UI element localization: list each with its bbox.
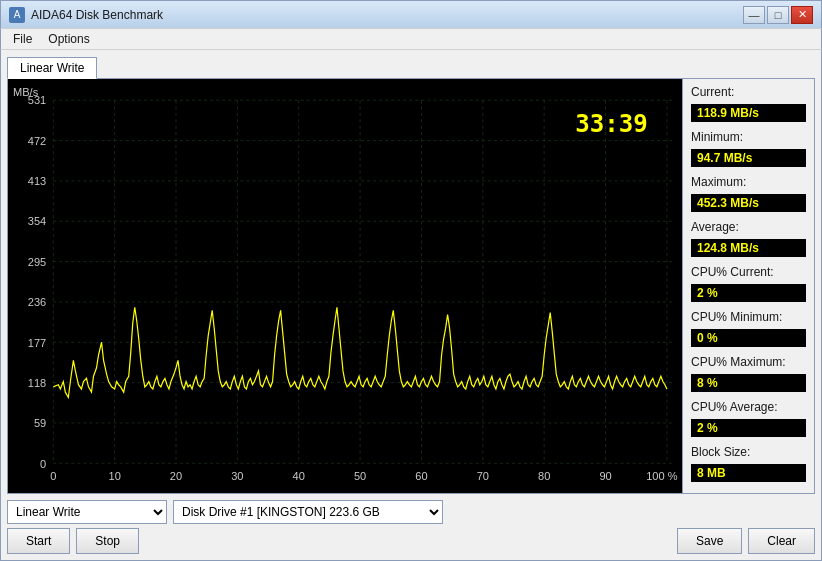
cpu-current-label: CPU% Current: — [691, 265, 806, 279]
svg-text:20: 20 — [170, 470, 182, 482]
minimum-value: 94.7 MB/s — [691, 149, 806, 167]
svg-text:118: 118 — [28, 377, 46, 389]
current-label: Current: — [691, 85, 806, 99]
minimum-label: Minimum: — [691, 130, 806, 144]
window-controls: — □ ✕ — [743, 6, 813, 24]
svg-text:70: 70 — [477, 470, 489, 482]
controls-row-2: Start Stop Save Clear — [7, 528, 815, 554]
svg-text:60: 60 — [415, 470, 427, 482]
cpu-average-label: CPU% Average: — [691, 400, 806, 414]
svg-text:10: 10 — [108, 470, 120, 482]
clear-button[interactable]: Clear — [748, 528, 815, 554]
svg-text:0: 0 — [50, 470, 56, 482]
svg-text:413: 413 — [28, 175, 46, 187]
controls-row-1: Linear Write Disk Drive #1 [KINGSTON] 22… — [7, 500, 815, 524]
cpu-average-value: 2 % — [691, 419, 806, 437]
start-button[interactable]: Start — [7, 528, 70, 554]
svg-text:295: 295 — [28, 256, 46, 268]
svg-text:33:39: 33:39 — [575, 108, 648, 138]
chart-svg: 531 472 413 354 295 236 177 118 59 0 MB/… — [8, 79, 682, 493]
stop-button[interactable]: Stop — [76, 528, 139, 554]
maximum-label: Maximum: — [691, 175, 806, 189]
bottom-controls: Linear Write Disk Drive #1 [KINGSTON] 22… — [7, 500, 815, 554]
current-value: 118.9 MB/s — [691, 104, 806, 122]
maximum-value: 452.3 MB/s — [691, 194, 806, 212]
tab-linear-write[interactable]: Linear Write — [7, 57, 97, 79]
svg-text:177: 177 — [28, 336, 46, 348]
svg-rect-0 — [8, 79, 682, 493]
window-title: AIDA64 Disk Benchmark — [31, 8, 163, 22]
stats-panel: Current: 118.9 MB/s Minimum: 94.7 MB/s M… — [682, 79, 814, 493]
svg-text:30: 30 — [231, 470, 243, 482]
svg-text:354: 354 — [28, 215, 46, 227]
svg-text:472: 472 — [28, 135, 46, 147]
block-size-label: Block Size: — [691, 445, 806, 459]
title-bar-left: A AIDA64 Disk Benchmark — [9, 7, 163, 23]
svg-text:80: 80 — [538, 470, 550, 482]
tab-bar: Linear Write — [7, 56, 815, 78]
content-area: 531 472 413 354 295 236 177 118 59 0 MB/… — [7, 78, 815, 494]
cpu-current-value: 2 % — [691, 284, 806, 302]
cpu-minimum-value: 0 % — [691, 329, 806, 347]
main-window: Linear Write — [0, 50, 822, 561]
drive-select[interactable]: Disk Drive #1 [KINGSTON] 223.6 GB — [173, 500, 443, 524]
svg-text:MB/s: MB/s — [13, 86, 38, 98]
cpu-minimum-label: CPU% Minimum: — [691, 310, 806, 324]
menu-bar: File Options — [0, 28, 822, 50]
svg-text:100 %: 100 % — [646, 470, 677, 482]
chart-area: 531 472 413 354 295 236 177 118 59 0 MB/… — [8, 79, 682, 493]
cpu-maximum-value: 8 % — [691, 374, 806, 392]
average-label: Average: — [691, 220, 806, 234]
save-button[interactable]: Save — [677, 528, 742, 554]
svg-text:40: 40 — [293, 470, 305, 482]
svg-text:50: 50 — [354, 470, 366, 482]
svg-text:59: 59 — [34, 417, 46, 429]
svg-text:90: 90 — [599, 470, 611, 482]
test-type-select[interactable]: Linear Write — [7, 500, 167, 524]
title-bar: A AIDA64 Disk Benchmark — □ ✕ — [0, 0, 822, 28]
cpu-maximum-label: CPU% Maximum: — [691, 355, 806, 369]
svg-text:236: 236 — [28, 296, 46, 308]
menu-file[interactable]: File — [5, 30, 40, 48]
svg-text:0: 0 — [40, 457, 46, 469]
average-value: 124.8 MB/s — [691, 239, 806, 257]
app-icon: A — [9, 7, 25, 23]
maximize-button[interactable]: □ — [767, 6, 789, 24]
close-button[interactable]: ✕ — [791, 6, 813, 24]
minimize-button[interactable]: — — [743, 6, 765, 24]
block-size-value: 8 MB — [691, 464, 806, 482]
menu-options[interactable]: Options — [40, 30, 97, 48]
